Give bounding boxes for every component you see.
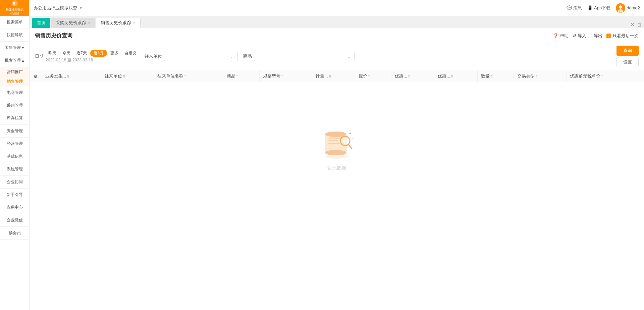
- date-btn-1month[interactable]: 近1月: [90, 50, 107, 57]
- date-btn-more[interactable]: 更多: [108, 50, 121, 57]
- th-quote[interactable]: 报价 ⇅: [355, 70, 391, 82]
- tab-home[interactable]: 首页: [32, 18, 50, 28]
- export-button[interactable]: ↓ 导出: [590, 33, 603, 39]
- sort-icon-discount2: ⇅: [451, 74, 453, 78]
- sort-icon-discount1: ⇅: [408, 74, 411, 78]
- tab-sales-label: 销售历史价跟踪: [101, 20, 131, 26]
- topbar: 办公用品行业模拟账套 ▾ 💬 消息 📱 App下载 demo2: [30, 0, 644, 16]
- filter-bar: 日期 昨天 今天 近7天 近1月 更多 自定义 2023-02-18 至 202…: [30, 42, 644, 70]
- svg-text:✦: ✦: [352, 137, 354, 140]
- sidebar-item-guide[interactable]: 新手引导: [0, 189, 29, 201]
- product-input[interactable]: ...: [254, 52, 355, 61]
- settings-icon: ⚙: [34, 74, 38, 79]
- empty-state-text: 暂无数据: [327, 165, 346, 171]
- th-pre-tax-price[interactable]: 优惠前无税单价 ⇅: [566, 70, 644, 82]
- th-partner-code[interactable]: 往来单位 ⇅: [101, 70, 154, 82]
- import-button[interactable]: ↺ 导入: [573, 33, 586, 39]
- logo[interactable]: 6 畅捷通好生意 标准版: [0, 0, 29, 16]
- logo-icon: 6: [9, 0, 21, 7]
- th-settings[interactable]: ⚙: [30, 70, 42, 82]
- sidebar-item-quick-nav[interactable]: 快捷导航: [0, 29, 29, 42]
- tab-purchase-history[interactable]: 采购历史价跟踪 ×: [51, 18, 95, 28]
- sidebar-item-system[interactable]: 系统管理: [0, 163, 29, 176]
- partner-filter-group: 往来单位 ...: [145, 52, 238, 61]
- sort-icon-pre-tax-price: ⇅: [601, 74, 604, 78]
- th-spec[interactable]: 规格型号 ⇅: [259, 70, 312, 82]
- svg-rect-9: [328, 138, 342, 139]
- date-btn-today[interactable]: 今天: [60, 50, 73, 57]
- sidebar-item-retail[interactable]: 零售管理 ▼: [0, 42, 29, 54]
- date-btn-custom[interactable]: 自定义: [122, 50, 139, 57]
- logo-text: 畅捷通好生意: [6, 7, 24, 12]
- sidebar-item-enterprise-wechat[interactable]: 企业微信: [0, 214, 29, 227]
- th-discount2[interactable]: 优惠... ⇅: [434, 70, 477, 82]
- sort-icon-spec: ⇅: [281, 74, 284, 78]
- th-partner-name[interactable]: 往来单位名称 ⇅: [154, 70, 223, 82]
- date-btn-yesterday[interactable]: 昨天: [46, 50, 59, 57]
- svg-point-8: [325, 150, 346, 155]
- checkbox-icon: ✓: [606, 34, 611, 38]
- sort-icon-partner-code: ⇅: [123, 74, 125, 78]
- maximize-window-icon[interactable]: ⊡: [637, 22, 641, 28]
- sidebar-item-search[interactable]: 搜索菜单: [0, 16, 29, 29]
- chevron-down-icon: ▼: [21, 46, 25, 50]
- import-icon: ↺: [573, 33, 576, 38]
- date-filter-label: 日期: [35, 53, 44, 59]
- sort-icon-quantity: ⇅: [490, 74, 493, 78]
- sidebar-sub-sales[interactable]: 销售管理: [0, 77, 29, 87]
- sidebar-item-finance[interactable]: 资金管理: [0, 125, 29, 138]
- tab-sales-history[interactable]: 销售历史价跟踪 ×: [96, 18, 140, 28]
- svg-text:✦: ✦: [348, 131, 352, 136]
- sort-icon-trade-type: ⇅: [535, 74, 538, 78]
- close-window-icon[interactable]: ✕: [630, 21, 635, 28]
- sidebar-item-member[interactable]: 畅会员: [0, 227, 29, 240]
- page-title: 销售历史价查询: [35, 32, 72, 39]
- sidebar-item-basic-info[interactable]: 基础信息: [0, 150, 29, 163]
- partner-input-dots: ...: [231, 54, 235, 59]
- sort-icon-partner-name: ⇅: [184, 74, 187, 78]
- sort-icon-quote: ⇅: [368, 74, 371, 78]
- topbar-dropdown-icon[interactable]: ▾: [80, 6, 82, 10]
- th-quantity[interactable]: 数量 ⇅: [477, 70, 514, 82]
- tab-sales-close-icon[interactable]: ×: [133, 21, 135, 25]
- export-icon: ↓: [590, 33, 593, 38]
- filter-settings-button[interactable]: 设置: [616, 57, 639, 67]
- app-icon: 📱: [587, 5, 593, 10]
- user-menu[interactable]: demo2: [616, 3, 640, 13]
- query-button[interactable]: 查询: [616, 46, 639, 56]
- sidebar-item-purchase[interactable]: 采购管理: [0, 99, 29, 112]
- date-btn-7days[interactable]: 近7天: [74, 50, 90, 57]
- svg-line-14: [348, 145, 352, 149]
- message-icon: 💬: [567, 5, 572, 10]
- th-unit[interactable]: 计量... ⇅: [312, 70, 355, 82]
- sidebar-item-cooperation[interactable]: 企业协同: [0, 176, 29, 189]
- topbar-right: 💬 消息 📱 App下载 demo2: [567, 3, 640, 13]
- sidebar-sub-marketing[interactable]: 营销推广: [0, 67, 29, 77]
- product-filter-group: 商品 ...: [243, 52, 355, 61]
- only-last-checkbox[interactable]: ✓ 只看最后一次: [606, 33, 639, 39]
- main-content: 办公用品行业模拟账套 ▾ 💬 消息 📱 App下载 demo2 首页: [30, 0, 644, 310]
- sidebar-item-ecommerce[interactable]: 电商管理: [0, 87, 29, 99]
- svg-point-13: [342, 138, 348, 144]
- help-button[interactable]: ❓ 帮助: [553, 33, 569, 39]
- table-header: ⚙ 业务发生... ⇅ 往来单位 ⇅: [30, 70, 644, 82]
- product-input-dots: ...: [348, 54, 352, 59]
- th-biz-date[interactable]: 业务发生... ⇅: [42, 70, 101, 82]
- app-download-button[interactable]: 📱 App下载: [587, 5, 610, 11]
- sidebar-item-operation[interactable]: 经营管理: [0, 138, 29, 150]
- message-button[interactable]: 💬 消息: [567, 5, 582, 11]
- th-trade-type[interactable]: 交易类型 ⇅: [514, 70, 566, 82]
- tab-window-actions: ✕ ⊡: [630, 21, 641, 28]
- sidebar-item-inventory[interactable]: 库存核算: [0, 112, 29, 125]
- sidebar-item-app-center[interactable]: 应用中心: [0, 201, 29, 214]
- sidebar-item-wholesale[interactable]: 批发管理 ▲: [0, 54, 29, 67]
- tab-purchase-close-icon[interactable]: ×: [88, 21, 90, 25]
- th-discount1[interactable]: 优惠... ⇅: [391, 70, 434, 82]
- sort-icon-product: ⇅: [236, 74, 239, 78]
- page-actions: ❓ 帮助 ↺ 导入 ↓ 导出 ✓ 只看最后一次: [553, 33, 639, 39]
- th-product[interactable]: 商品 ⇅: [223, 70, 259, 82]
- topbar-title: 办公用品行业模拟账套: [34, 5, 77, 11]
- home-tab-label: 首页: [37, 20, 46, 26]
- partner-filter-label: 往来单位: [145, 53, 162, 59]
- partner-input[interactable]: ...: [164, 52, 238, 61]
